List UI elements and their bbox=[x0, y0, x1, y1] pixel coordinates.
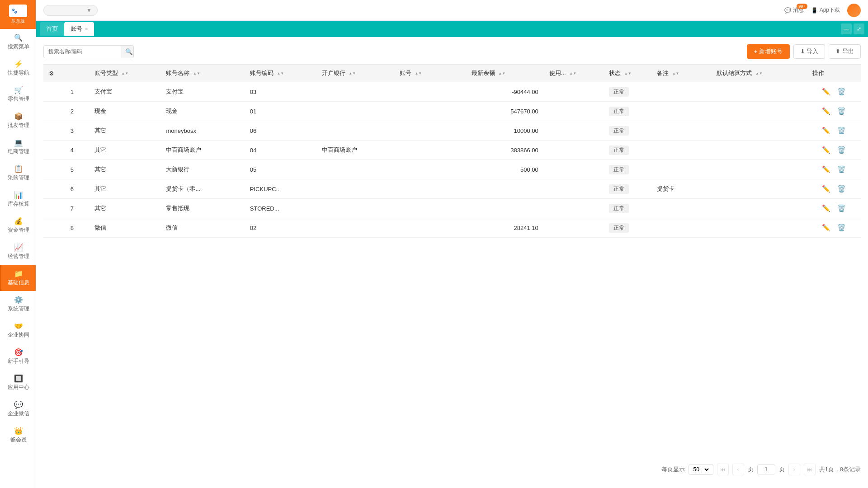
sidebar-item-label: 系统管理 bbox=[8, 305, 29, 313]
col-header-code[interactable]: 账号编码 ▲▼ bbox=[245, 65, 316, 82]
edit-button[interactable]: ✏️ bbox=[819, 203, 833, 213]
search-button[interactable]: 🔍 bbox=[121, 46, 134, 58]
col-default-label: 默认结算方式 bbox=[717, 70, 752, 76]
header-search-input[interactable] bbox=[48, 7, 85, 14]
page-size-select[interactable]: 50 100 200 bbox=[689, 464, 713, 475]
retail-icon: 🛒 bbox=[14, 86, 23, 94]
header-search-icon: ▼ bbox=[86, 7, 92, 14]
search-input[interactable] bbox=[44, 46, 121, 57]
row-actions: ✏️ 🗑️ bbox=[807, 141, 861, 160]
settings-icon[interactable]: ⚙ bbox=[49, 70, 54, 77]
row-balance: 547670.00 bbox=[466, 102, 544, 121]
col-name-label: 账号名称 bbox=[166, 70, 189, 76]
sidebar-item-inventory[interactable]: 📊 库存核算 bbox=[0, 186, 36, 212]
sidebar-item-retail[interactable]: 🛒 零售管理 bbox=[0, 81, 36, 108]
add-account-button[interactable]: + 新增账号 bbox=[747, 44, 790, 59]
delete-button[interactable]: 🗑️ bbox=[835, 164, 849, 174]
row-balance: 28241.10 bbox=[466, 218, 544, 238]
sidebar-item-corp[interactable]: 🤝 企业协同 bbox=[0, 317, 36, 343]
sidebar-item-wholesale[interactable]: 📦 批发管理 bbox=[0, 108, 36, 134]
row-account bbox=[394, 82, 466, 102]
status-badge: 正常 bbox=[609, 126, 629, 136]
delete-button[interactable]: 🗑️ bbox=[835, 223, 849, 233]
message-button[interactable]: 💬 消息 99+ bbox=[784, 6, 804, 14]
last-page-button[interactable]: ⏭ bbox=[804, 464, 816, 475]
search-input-wrapper[interactable]: 🔍 bbox=[43, 45, 134, 58]
sidebar-item-fund[interactable]: 💰 资金管理 bbox=[0, 212, 36, 239]
tab-maximize-button[interactable]: ⤢ bbox=[854, 23, 864, 34]
col-header-name[interactable]: 账号名称 ▲▼ bbox=[160, 65, 244, 82]
row-status: 正常 bbox=[604, 82, 651, 102]
col-header-status[interactable]: 状态 ▲▼ bbox=[604, 65, 651, 82]
row-account bbox=[394, 218, 466, 238]
sidebar-item-ecom[interactable]: 💻 电商管理 bbox=[0, 134, 36, 160]
sidebar-item-label: 企业协同 bbox=[8, 331, 29, 339]
col-header-type[interactable]: 账号类型 ▲▼ bbox=[89, 65, 161, 82]
col-header-bank[interactable]: 开户银行 ▲▼ bbox=[316, 65, 394, 82]
sidebar-item-label: 经营管理 bbox=[8, 253, 29, 260]
app-download-button[interactable]: 📱 App下载 bbox=[811, 6, 840, 14]
basic-info-icon: 📁 bbox=[14, 269, 23, 278]
sidebar-item-ops[interactable]: 📈 经营管理 bbox=[0, 239, 36, 265]
sidebar-item-quick-nav[interactable]: ⚡ 快捷导航 bbox=[0, 55, 36, 81]
tab-account[interactable]: 账号 × bbox=[64, 22, 94, 36]
sidebar-item-members[interactable]: 👑 畅会员 bbox=[0, 422, 36, 448]
delete-button[interactable]: 🗑️ bbox=[835, 126, 849, 136]
row-code: 06 bbox=[245, 121, 316, 141]
tab-close-icon[interactable]: × bbox=[85, 26, 88, 32]
prev-page-button[interactable]: ‹ bbox=[732, 464, 744, 475]
edit-button[interactable]: ✏️ bbox=[819, 223, 833, 233]
table-row: 2 现金 现金 01 547670.00 正常 ✏️ 🗑️ bbox=[43, 102, 861, 121]
table-row: 3 其它 moneybosx 06 10000.00 正常 ✏️ 🗑️ bbox=[43, 121, 861, 141]
edit-button[interactable]: ✏️ bbox=[819, 164, 833, 174]
row-balance: 10000.00 bbox=[466, 121, 544, 141]
sidebar-item-sys[interactable]: ⚙️ 系统管理 bbox=[0, 291, 36, 317]
tab-minimize-button[interactable]: — bbox=[841, 23, 852, 34]
edit-button[interactable]: ✏️ bbox=[819, 126, 833, 136]
delete-button[interactable]: 🗑️ bbox=[835, 106, 849, 116]
col-bank-label: 开户银行 bbox=[322, 70, 345, 76]
row-name: 提货卡（零... bbox=[160, 179, 244, 199]
sidebar-item-app-center[interactable]: 🔲 应用中心 bbox=[0, 370, 36, 396]
sidebar-item-purchase[interactable]: 📋 采购管理 bbox=[0, 160, 36, 186]
edit-button[interactable]: ✏️ bbox=[819, 87, 833, 97]
col-header-usage[interactable]: 使用... ▲▼ bbox=[544, 65, 604, 82]
row-status: 正常 bbox=[604, 160, 651, 179]
row-name: 支付宝 bbox=[160, 82, 244, 102]
delete-button[interactable]: 🗑️ bbox=[835, 203, 849, 213]
col-header-remark[interactable]: 备注 ▲▼ bbox=[651, 65, 711, 82]
import-button[interactable]: ⬇ 导入 bbox=[793, 44, 826, 59]
export-button[interactable]: ⬆ 导出 bbox=[829, 44, 861, 59]
page-size-dropdown[interactable]: 50 100 200 bbox=[692, 466, 710, 473]
col-header-balance[interactable]: 最新余额 ▲▼ bbox=[466, 65, 544, 82]
row-no: 4 bbox=[65, 141, 89, 160]
col-header-account[interactable]: 账号 ▲▼ bbox=[394, 65, 466, 82]
next-page-button[interactable]: › bbox=[788, 464, 800, 475]
page-label: 页 bbox=[748, 465, 754, 474]
col-header-settings[interactable]: ⚙ bbox=[43, 65, 65, 82]
sidebar-item-basic-info[interactable]: 📁 基础信息 bbox=[0, 265, 36, 291]
page-number-input[interactable] bbox=[757, 465, 775, 474]
delete-button[interactable]: 🗑️ bbox=[835, 145, 849, 155]
sidebar-item-newbie[interactable]: 🎯 新手引导 bbox=[0, 343, 36, 370]
edit-button[interactable]: ✏️ bbox=[819, 184, 833, 194]
sidebar-item-search-menu[interactable]: 🔍 搜索菜单 bbox=[0, 29, 36, 55]
col-header-default[interactable]: 默认结算方式 ▲▼ bbox=[711, 65, 807, 82]
toolbar-right: + 新增账号 ⬇ 导入 ⬆ 导出 bbox=[747, 44, 861, 59]
delete-button[interactable]: 🗑️ bbox=[835, 87, 849, 97]
edit-button[interactable]: ✏️ bbox=[819, 145, 833, 155]
tab-home[interactable]: 首页 bbox=[40, 22, 64, 36]
sidebar-item-label: 库存核算 bbox=[8, 200, 29, 208]
edit-button[interactable]: ✏️ bbox=[819, 106, 833, 116]
row-type: 支付宝 bbox=[89, 82, 161, 102]
row-default bbox=[711, 121, 807, 141]
row-bank bbox=[316, 121, 394, 141]
sort-icon-default: ▲▼ bbox=[755, 71, 763, 75]
avatar[interactable] bbox=[847, 4, 861, 17]
delete-button[interactable]: 🗑️ bbox=[835, 184, 849, 194]
first-page-button[interactable]: ⏮ bbox=[717, 464, 729, 475]
sidebar-item-label: 快捷导航 bbox=[8, 69, 29, 77]
sidebar-item-label: 企业微信 bbox=[8, 410, 29, 418]
header-search-box[interactable]: ▼ bbox=[43, 5, 98, 16]
sidebar-item-corp-wechat[interactable]: 💬 企业微信 bbox=[0, 396, 36, 422]
